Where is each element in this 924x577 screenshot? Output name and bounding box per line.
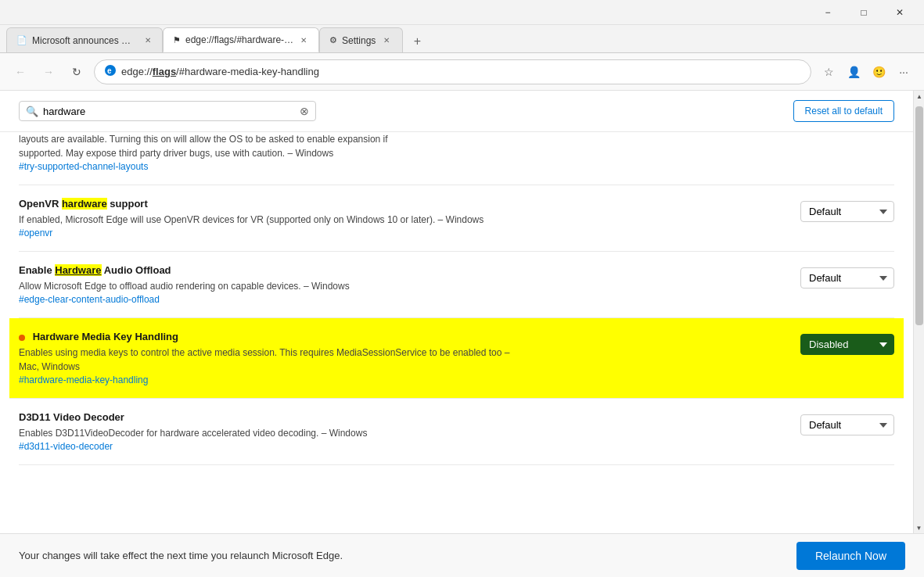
flag-info-media-key: Hardware Media Key Handling Enables usin… <box>19 331 791 385</box>
flag-control-d3d11: Default Enabled Disabled <box>800 414 894 435</box>
scrollbar-thumb[interactable] <box>915 106 923 325</box>
edge-logo: e <box>104 64 117 79</box>
tab-2[interactable]: ⚑ edge://flags/#hardware-media-k ✕ <box>163 27 319 52</box>
tab-1-close[interactable]: ✕ <box>143 34 153 47</box>
new-tab-button[interactable]: + <box>406 30 428 52</box>
reset-all-button[interactable]: Reset all to default <box>793 100 894 122</box>
tab-3-close[interactable]: ✕ <box>380 34 393 47</box>
flag-control-audio-offload: Default Enabled Disabled <box>800 267 894 288</box>
tab-bar: 📄 Microsoft announces major PC c ✕ ⚑ edg… <box>0 25 924 53</box>
flag-select-d3d11[interactable]: Default Enabled Disabled <box>800 414 894 435</box>
flag-link-d3d11[interactable]: #d3d11-video-decoder <box>19 441 113 452</box>
address-text: edge://flags/#hardware-media-key-handlin… <box>121 66 319 77</box>
partial-text-2: supported. May expose third party driver… <box>19 146 894 160</box>
partial-flag-link[interactable]: #try-supported-channel-layouts <box>19 161 148 172</box>
search-input-wrap[interactable]: 🔍 ⊗ <box>19 101 316 121</box>
scrollbar-down-arrow[interactable]: ▼ <box>914 522 924 533</box>
flag-title-audio-offload: Enable Hardware Audio Offload <box>19 264 791 276</box>
window-scrollbar[interactable]: ▲ ▼ <box>913 91 924 533</box>
search-input[interactable] <box>43 106 295 117</box>
flag-title-media-key: Hardware Media Key Handling <box>19 331 791 342</box>
flag-row-openvr: OpenVR hardware support If enabled, Micr… <box>19 198 894 238</box>
tab-1[interactable]: 📄 Microsoft announces major PC c ✕ <box>6 27 163 52</box>
flag-title-highlight-audio: Hardware <box>55 264 101 276</box>
close-button[interactable]: ✕ <box>882 0 918 25</box>
toolbar-right: ☆ 👤 🙂 ··· <box>818 61 915 83</box>
forward-button[interactable]: → <box>38 61 59 83</box>
relaunch-button[interactable]: Relaunch Now <box>796 542 905 570</box>
scrollbar-up-arrow[interactable]: ▲ <box>914 91 924 102</box>
address-bar: ← → ↻ e edge://flags/#hardware-media-key… <box>0 53 924 91</box>
flag-select-audio-offload[interactable]: Default Enabled Disabled <box>800 267 894 288</box>
flags-page: 🔍 ⊗ Reset all to default layouts are ava… <box>0 91 913 533</box>
flag-control-openvr: Default Enabled Disabled <box>800 201 894 222</box>
flag-link-openvr[interactable]: #openvr <box>19 228 52 238</box>
flag-info-d3d11: D3D11 Video Decoder Enables D3D11VideoDe… <box>19 411 791 452</box>
minimize-button[interactable]: − <box>810 0 846 25</box>
flag-item-d3d11: D3D11 Video Decoder Enables D3D11VideoDe… <box>19 399 894 465</box>
flag-info-audio-offload: Enable Hardware Audio Offload Allow Micr… <box>19 264 791 305</box>
flag-item-media-key: Hardware Media Key Handling Enables usin… <box>9 318 904 399</box>
flag-title-text-media-key: Hardware Media Key Handling <box>33 331 178 342</box>
search-bar: 🔍 ⊗ Reset all to default <box>0 91 913 132</box>
profile-button[interactable]: 👤 <box>843 61 865 83</box>
flag-row-d3d11: D3D11 Video Decoder Enables D3D11VideoDe… <box>19 411 894 452</box>
flag-link-media-key[interactable]: #hardware-media-key-handling <box>19 375 148 385</box>
tab-3[interactable]: ⚙ Settings ✕ <box>319 27 403 52</box>
tab-2-label: edge://flags/#hardware-media-k <box>185 34 294 45</box>
bottom-bar: Your changes will take effect the next t… <box>0 533 924 577</box>
flags-list: layouts are available. Turning this on w… <box>0 132 913 465</box>
flag-indicator-media-key <box>19 335 25 341</box>
search-icon: 🔍 <box>26 106 38 117</box>
tab-2-close[interactable]: ✕ <box>299 34 309 46</box>
flag-desc-d3d11: Enables D3D11VideoDecoder for hardware a… <box>19 426 520 440</box>
tab-3-icon: ⚙ <box>329 35 337 45</box>
more-button[interactable]: ··· <box>893 61 915 83</box>
flag-row-media-key: Hardware Media Key Handling Enables usin… <box>19 331 894 385</box>
tab-1-label: Microsoft announces major PC c <box>32 35 138 46</box>
favorites-button[interactable]: ☆ <box>818 61 840 83</box>
flag-select-media-key[interactable]: Default Enabled Disabled <box>800 334 894 355</box>
flag-row-audio-offload: Enable Hardware Audio Offload Allow Micr… <box>19 264 894 305</box>
flag-control-media-key: Default Enabled Disabled <box>800 334 894 355</box>
flag-desc-media-key: Enables using media keys to control the … <box>19 346 520 374</box>
flag-title-d3d11: D3D11 Video Decoder <box>19 411 791 423</box>
flag-item-audio-offload: Enable Hardware Audio Offload Allow Micr… <box>19 252 894 318</box>
flag-item-openvr: OpenVR hardware support If enabled, Micr… <box>19 185 894 252</box>
flag-title-highlight-openvr: hardware <box>62 198 107 210</box>
search-clear-button[interactable]: ⊗ <box>300 105 309 117</box>
flag-info-openvr: OpenVR hardware support If enabled, Micr… <box>19 198 791 238</box>
svg-text:e: e <box>107 66 112 75</box>
maximize-button[interactable]: □ <box>846 0 882 25</box>
flag-desc-highlight-d3d11: hardware <box>160 428 200 439</box>
tab-2-icon: ⚑ <box>173 35 181 45</box>
flag-desc-openvr: If enabled, Microsoft Edge will use Open… <box>19 213 520 227</box>
partial-text-1: layouts are available. Turning this on w… <box>19 132 894 146</box>
refresh-button[interactable]: ↻ <box>66 61 88 83</box>
bottom-message: Your changes will take effect the next t… <box>19 550 343 561</box>
flag-select-openvr[interactable]: Default Enabled Disabled <box>800 201 894 222</box>
flag-link-audio-offload[interactable]: #edge-clear-content-audio-offload <box>19 294 160 305</box>
address-box[interactable]: e edge://flags/#hardware-media-key-handl… <box>94 59 811 84</box>
partial-flag-item: layouts are available. Turning this on w… <box>19 132 894 185</box>
titlebar-controls: − □ ✕ <box>810 0 918 25</box>
back-button[interactable]: ← <box>9 61 31 83</box>
titlebar: − □ ✕ <box>0 0 924 25</box>
flag-desc-audio-offload: Allow Microsoft Edge to offload audio re… <box>19 279 520 293</box>
tab-1-icon: 📄 <box>16 35 27 45</box>
flag-title-openvr: OpenVR hardware support <box>19 198 791 210</box>
tab-3-label: Settings <box>342 35 376 46</box>
emoji-button[interactable]: 🙂 <box>868 61 890 83</box>
